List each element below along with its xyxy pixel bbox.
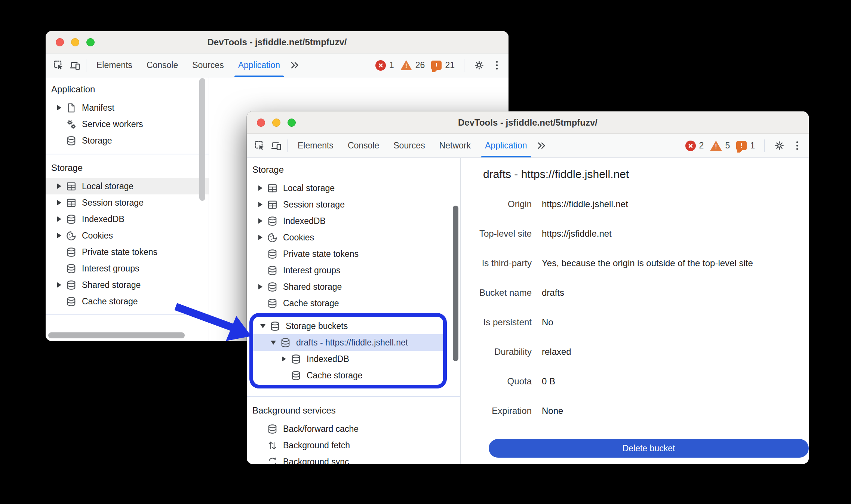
kebab-menu-icon[interactable] [491,61,503,70]
more-tabs-icon[interactable] [287,53,302,77]
tree-item-storage-buckets[interactable]: Storage buckets [253,318,443,334]
database-icon [65,296,77,307]
fullscreen-button[interactable] [288,119,296,127]
fullscreen-button[interactable] [86,38,95,46]
tree-item-local-storage[interactable]: Local storage [46,178,209,194]
issues-count-badge[interactable]: 21 [431,60,455,70]
collapse-arrow-icon[interactable] [258,324,267,328]
tree-item-cache-storage[interactable]: Cache storage [247,295,460,311]
expand-arrow-icon[interactable] [256,284,265,289]
warning-count-badge[interactable]: 26 [400,60,425,70]
tree-item-background-sync[interactable]: Background sync [247,454,460,464]
tree-item-local-storage[interactable]: Local storage [247,180,460,196]
warning-count-badge[interactable]: 5 [710,141,730,151]
tab-application[interactable]: Application [231,53,288,77]
section-header-application: Application [46,78,209,99]
tab-network[interactable]: Network [432,134,478,157]
devtools-window-front: DevTools - jsfiddle.net/5tmpfuzv/ Elemen… [247,111,809,464]
database-icon [290,370,302,381]
tree-item-private-state-tokens[interactable]: Private state tokens [46,244,209,260]
tab-console[interactable]: Console [139,53,185,77]
tree-item-label: Interest groups [283,265,340,276]
delete-bucket-button[interactable]: Delete bucket [489,439,809,458]
tree-item-manifest[interactable]: Manifest [46,99,209,116]
error-count-badge[interactable]: 2 [685,141,704,151]
tree-item-indexeddb[interactable]: IndexedDB [253,351,443,367]
settings-gear-icon[interactable] [471,59,487,71]
close-button[interactable] [56,38,64,46]
database-icon [280,337,291,348]
close-button[interactable] [257,119,265,127]
sidebar-horizontal-scrollbar[interactable] [48,332,185,338]
tree-item-service-workers[interactable]: Service workers [46,116,209,132]
tab-sources[interactable]: Sources [386,134,432,157]
expand-arrow-icon[interactable] [279,356,288,362]
sidebar-vertical-scrollbar[interactable] [453,206,458,361]
service-workers-icon [65,119,77,130]
error-count-badge[interactable]: 1 [375,60,394,71]
detail-value: drafts [542,287,564,298]
titlebar[interactable]: DevTools - jsfiddle.net/5tmpfuzv/ [247,111,809,134]
inspect-element-icon[interactable] [251,134,268,157]
tree-item-background-fetch[interactable]: Background fetch [247,437,460,454]
tree-item-session-storage[interactable]: Session storage [46,194,209,211]
detail-value: No [542,317,553,328]
settings-gear-icon[interactable] [771,140,787,151]
expand-arrow-icon[interactable] [256,235,265,240]
sidebar-section-application: ApplicationManifestService workersStorag… [46,77,209,154]
minimize-button[interactable] [71,38,79,46]
tree-item-label: Storage buckets [286,321,348,331]
tree-item-indexeddb[interactable]: IndexedDB [247,213,460,229]
tab-console[interactable]: Console [341,134,386,157]
detail-label: Origin [471,199,532,210]
expand-arrow-icon[interactable] [55,105,64,110]
tree-item-cache-storage[interactable]: Cache storage [46,293,209,310]
titlebar[interactable]: DevTools - jsfiddle.net/5tmpfuzv/ [46,31,509,53]
toolbar-divider [464,59,464,72]
more-tabs-icon[interactable] [534,134,549,157]
collapse-arrow-icon[interactable] [269,341,278,345]
expand-arrow-icon[interactable] [55,184,64,189]
tab-elements[interactable]: Elements [89,53,139,77]
expand-arrow-icon[interactable] [55,216,64,222]
minimize-button[interactable] [272,119,280,127]
tree-item-back-forward-cache[interactable]: Back/forward cache [247,421,460,437]
tree-item-storage[interactable]: Storage [46,132,209,149]
tree-item-private-state-tokens[interactable]: Private state tokens [247,246,460,262]
tab-sources[interactable]: Sources [185,53,231,77]
tree-item-session-storage[interactable]: Session storage [247,196,460,213]
tree-item-shared-storage[interactable]: Shared storage [46,277,209,293]
tab-application[interactable]: Application [478,134,534,157]
expand-arrow-icon[interactable] [256,185,265,191]
traffic-lights [56,31,95,53]
issues-count-badge[interactable]: 1 [736,141,755,151]
device-toolbar-icon[interactable] [268,134,284,157]
tree-item-cache-storage[interactable]: Cache storage [253,367,443,384]
tree-item-indexeddb[interactable]: IndexedDB [46,211,209,227]
devtools-toolbar: ElementsConsoleSourcesApplication 1 26 2… [46,53,509,77]
expand-arrow-icon[interactable] [55,200,64,205]
cookie-icon [65,230,77,242]
device-toolbar-icon[interactable] [67,53,83,77]
expand-arrow-icon[interactable] [55,282,64,288]
database-icon [267,298,278,309]
tree-item-cookies[interactable]: Cookies [247,229,460,246]
tree-item-drafts-https-fiddle-jshell-net[interactable]: drafts - https://fiddle.jshell.net [253,334,443,351]
tree-item-shared-storage[interactable]: Shared storage [247,279,460,295]
fetch-icon [267,440,278,451]
tree-item-interest-groups[interactable]: Interest groups [46,260,209,277]
detail-value: https://fiddle.jshell.net [542,199,628,210]
sidebar-section-background-services: Background servicesBack/forward cacheBac… [247,397,460,464]
tab-elements[interactable]: Elements [291,134,341,157]
sidebar-vertical-scrollbar[interactable] [199,78,205,201]
tree-item-interest-groups[interactable]: Interest groups [247,262,460,279]
inspect-element-icon[interactable] [50,53,67,77]
tree-item-cookies[interactable]: Cookies [46,227,209,244]
error-icon [375,60,386,71]
expand-arrow-icon[interactable] [256,218,265,224]
expand-arrow-icon[interactable] [55,233,64,238]
kebab-menu-icon[interactable] [791,141,804,150]
section-header-background-services: Background services [247,398,460,421]
tab-bar: ElementsConsoleSourcesNetworkApplication [291,134,534,157]
expand-arrow-icon[interactable] [256,202,265,207]
